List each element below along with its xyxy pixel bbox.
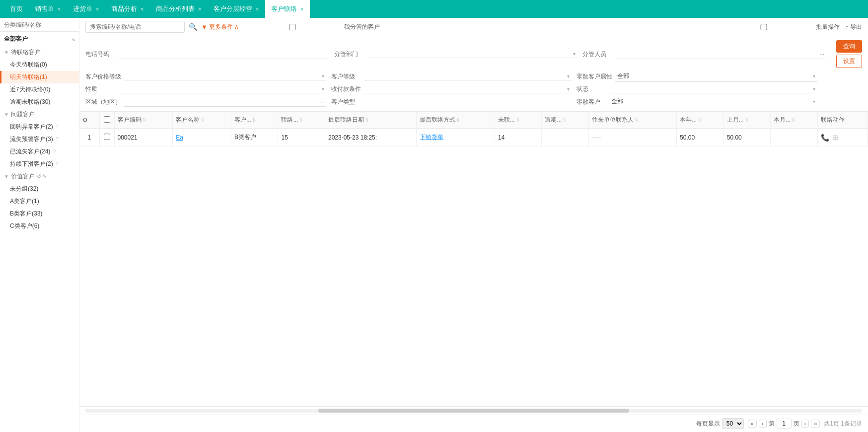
th-last-month[interactable]: 上月... ⇅ bbox=[723, 112, 771, 129]
td-last-contact-method[interactable]: 下销货单 bbox=[417, 129, 495, 146]
sidebar-item-repeat-abnormal[interactable]: 回购异常客户(2) ? bbox=[0, 121, 79, 133]
sidebar-item-tomorrow-contact[interactable]: 明天待联络(1) bbox=[0, 71, 79, 83]
sidebar-group-pending-contact[interactable]: ▼ 待联络客户 bbox=[0, 46, 79, 59]
nav-sales-order[interactable]: 销售单 ✕ bbox=[29, 0, 67, 18]
search-input[interactable] bbox=[85, 21, 185, 33]
my-customers-checkbox-area[interactable]: 我分管的客户 bbox=[243, 23, 380, 31]
help-icon-declining[interactable]: ? bbox=[56, 161, 59, 167]
settings-icon[interactable]: ⚙ bbox=[82, 117, 88, 124]
filter-select-customer-level[interactable]: ▾ bbox=[364, 72, 572, 80]
th-overdue[interactable]: 逾期... ⇅ bbox=[542, 112, 589, 129]
phone-action-icon[interactable]: 📞 bbox=[821, 134, 829, 142]
sort-icon-last-contact-date[interactable]: ⇅ bbox=[365, 118, 369, 123]
th-settings[interactable]: ⚙ bbox=[79, 112, 99, 129]
nav-customer-segment-close[interactable]: ✕ bbox=[255, 6, 259, 12]
ellipsis-icon[interactable]: ··· bbox=[819, 51, 824, 58]
th-contact-count[interactable]: 联络... ⇅ bbox=[278, 112, 325, 129]
sort-icon-last-month[interactable]: ⇅ bbox=[745, 118, 749, 123]
customer-name-link[interactable]: Ea bbox=[176, 134, 183, 141]
batch-ops-button[interactable]: 批量操作 bbox=[714, 23, 840, 31]
filter-select-status[interactable]: ▾ bbox=[609, 85, 817, 93]
settings-button[interactable]: 设置 bbox=[836, 55, 862, 68]
help-icon-repeat-abnormal[interactable]: ? bbox=[56, 124, 59, 130]
sidebar-item-7days-contact[interactable]: 近7天待联络(0) bbox=[0, 83, 79, 96]
sidebar-item-today-contact[interactable]: 今天待联络(0) bbox=[0, 59, 79, 71]
td-customer-name[interactable]: Ea bbox=[173, 129, 231, 146]
nav-customer-segment[interactable]: 客户分层经营 ✕ bbox=[208, 0, 265, 18]
filter-select-department[interactable]: ▾ bbox=[367, 50, 578, 58]
th-checkbox[interactable] bbox=[99, 112, 114, 129]
sort-icon-this-year[interactable]: ⇅ bbox=[698, 118, 702, 123]
th-customer-code[interactable]: 客户编码 ⇅ bbox=[114, 112, 173, 129]
sidebar-group-value-customers[interactable]: ▼ 价值客户 ↺ ✎ bbox=[0, 170, 79, 183]
nav-customer-contact-close[interactable]: ✕ bbox=[300, 6, 304, 12]
filter-select-manager[interactable]: ··· bbox=[615, 50, 826, 59]
last-contact-method-link[interactable]: 下销货单 bbox=[420, 134, 443, 141]
export-button[interactable]: ↑ 导出 bbox=[846, 23, 863, 31]
row-checkbox[interactable] bbox=[104, 134, 110, 140]
horizontal-scrollbar-thumb[interactable] bbox=[318, 409, 629, 413]
sort-icon-overdue[interactable]: ⇅ bbox=[563, 118, 567, 123]
filter-select-payment-terms[interactable]: ▾ bbox=[364, 85, 572, 93]
sidebar-item-class-b[interactable]: B类客户(33) bbox=[0, 208, 79, 220]
sidebar-item-lost-customers[interactable]: 流失预警客户(3) ? bbox=[0, 133, 79, 145]
filter-select-region[interactable]: ··· bbox=[124, 97, 326, 107]
sidebar-all-customers[interactable]: 全部客户 « bbox=[0, 32, 79, 46]
prev-page-button[interactable]: ‹ bbox=[759, 420, 767, 428]
search-button[interactable]: 🔍 bbox=[189, 23, 197, 31]
sidebar-collapse-icon[interactable]: « bbox=[72, 36, 75, 42]
td-checkbox[interactable] bbox=[99, 129, 114, 146]
sort-icon-last-contact-method[interactable]: ⇅ bbox=[456, 118, 460, 123]
page-input[interactable] bbox=[777, 419, 792, 429]
sidebar-search-input[interactable] bbox=[4, 21, 78, 28]
th-this-month[interactable]: 本月... ⇅ bbox=[771, 112, 818, 129]
sidebar-group-value-edit[interactable]: ✎ bbox=[42, 173, 47, 180]
th-not-contacted[interactable]: 未联... ⇅ bbox=[495, 112, 542, 129]
query-button[interactable]: 查询 bbox=[836, 40, 862, 53]
sort-icon-contact-count[interactable]: ⇅ bbox=[299, 118, 303, 123]
sort-icon-not-contacted[interactable]: ⇅ bbox=[516, 118, 520, 123]
sidebar-item-ungrouped[interactable]: 未分组(32) bbox=[0, 183, 79, 195]
filter-select-retail-attr[interactable]: 全部 ▾ bbox=[615, 71, 817, 82]
filter-select-price-level[interactable]: ▾ bbox=[124, 72, 326, 80]
th-customer-type[interactable]: 客户... ⇅ bbox=[231, 112, 278, 129]
batch-ops-checkbox[interactable] bbox=[714, 24, 813, 30]
nav-home[interactable]: 首页 bbox=[4, 0, 29, 18]
sidebar-item-overdue-contact[interactable]: 逾期未联络(30) bbox=[0, 96, 79, 108]
first-page-button[interactable]: « bbox=[748, 420, 757, 428]
nav-product-analysis-list-close[interactable]: ✕ bbox=[198, 6, 202, 12]
sort-icon-customer-code[interactable]: ⇅ bbox=[143, 118, 146, 123]
sidebar-group-problem-customers[interactable]: ▼ 问题客户 bbox=[0, 108, 79, 121]
more-filters-button[interactable]: ▼ 更多条件 ∧ bbox=[201, 23, 239, 31]
last-page-button[interactable]: » bbox=[811, 420, 820, 428]
filter-input-phone[interactable] bbox=[118, 50, 329, 59]
horizontal-scrollbar[interactable] bbox=[85, 409, 862, 413]
nav-product-analysis[interactable]: 商品分析 ✕ bbox=[105, 0, 150, 18]
sort-icon-past-unit-contact[interactable]: ⇅ bbox=[635, 118, 639, 123]
nav-purchase-order[interactable]: 进货单 ✕ bbox=[67, 0, 105, 18]
filter-select-nature[interactable]: ▾ bbox=[118, 85, 326, 93]
sort-icon-customer-type[interactable]: ⇅ bbox=[252, 118, 256, 123]
th-last-contact-method[interactable]: 最后联络方式 ⇅ bbox=[417, 112, 495, 129]
th-past-unit-contact[interactable]: 往来单位联系人 ⇅ bbox=[588, 112, 676, 129]
nav-sales-order-close[interactable]: ✕ bbox=[57, 6, 61, 12]
sidebar-item-churned[interactable]: 已流失客户(24) ? bbox=[0, 145, 79, 158]
th-customer-name[interactable]: 客户名称 ⇅ bbox=[173, 112, 231, 129]
nav-purchase-order-close[interactable]: ✕ bbox=[95, 6, 99, 12]
page-size-select[interactable]: 50 bbox=[722, 418, 744, 429]
th-last-contact-date[interactable]: 最后联络日期 ⇅ bbox=[325, 112, 417, 129]
nav-customer-contact[interactable]: 客户联络 ✕ bbox=[265, 0, 310, 18]
nav-product-analysis-close[interactable]: ✕ bbox=[140, 6, 144, 12]
my-customers-checkbox[interactable] bbox=[243, 24, 342, 30]
sidebar-group-value-refresh[interactable]: ↺ bbox=[37, 173, 41, 180]
ellipsis-icon-2[interactable]: ··· bbox=[319, 98, 324, 105]
filter-select-retail[interactable]: 全部 ▾ bbox=[609, 96, 817, 107]
grid-action-icon[interactable]: ⊞ bbox=[832, 134, 838, 142]
filter-select-customer-type[interactable] bbox=[364, 101, 572, 103]
sort-icon-customer-name[interactable]: ⇅ bbox=[201, 118, 205, 123]
next-page-button[interactable]: › bbox=[801, 420, 809, 428]
nav-product-analysis-list[interactable]: 商品分析列表 ✕ bbox=[150, 0, 208, 18]
help-icon-lost-customers[interactable]: ? bbox=[56, 137, 59, 142]
help-icon-churned[interactable]: ? bbox=[53, 149, 56, 154]
select-all-checkbox[interactable] bbox=[104, 116, 110, 123]
